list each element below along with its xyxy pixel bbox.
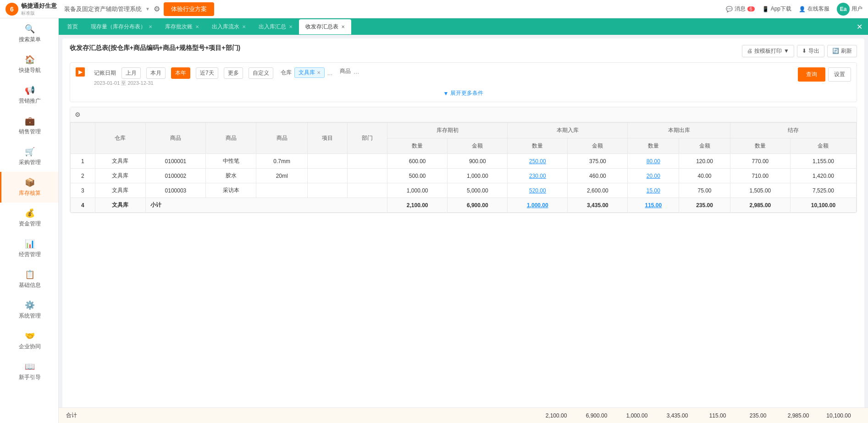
export-icon: ⬇ [802,48,807,54]
sidebar-item-quick-nav[interactable]: 🏠 快捷导航 [0,49,58,80]
online-service-action[interactable]: 👤 在线客服 [799,5,829,13]
row3-out-qty[interactable]: 15.00 [628,183,679,198]
tab-batch-close[interactable]: ✕ [195,24,199,29]
query-button[interactable]: 查询 [798,67,825,82]
row3-bal-qty: 1,505.00 [730,183,790,198]
sidebar-item-sales[interactable]: 💼 销售管理 [0,110,58,141]
th-name: 商品 [205,123,256,154]
expand-conditions-btn[interactable]: ▼ 展开更多条件 [443,89,484,97]
tab-home[interactable]: 首页 [61,19,84,34]
sidebar-item-finance[interactable]: 💰 资金管理 [0,203,58,233]
tab-stock-dist[interactable]: 现存量（库存分布表） ✕ [84,19,159,34]
tab-inout-summary[interactable]: 出入库汇总 ✕ [252,19,299,34]
print-button[interactable]: 🖨 按模板打印 ▼ [742,45,794,57]
sales-icon: 💼 [25,116,35,126]
total-out-amt: 235.00 [740,412,776,419]
date-curr-year[interactable]: 本年 [171,67,190,79]
sidebar-label-quick-nav: 快捷导航 [19,66,41,74]
sub-out-qty[interactable]: 115.00 [628,198,679,213]
row2-in-qty[interactable]: 230.00 [508,169,568,183]
row2-out-qty[interactable]: 20.00 [628,169,679,183]
filter-settings-button[interactable]: 设置 [828,67,851,82]
th-warehouse: 仓库 [95,123,145,154]
table-header-group-row: 仓库 商品 商品 商品 项目 部门 库存期初 本期入库 本期出库 结存 [71,123,857,138]
filter-expand-icon[interactable]: ▶ [76,67,85,77]
marketing-icon: 📢 [25,85,35,95]
sidebar-item-inventory[interactable]: 📦 库存核算 [0,172,58,203]
row1-bal-qty: 770.00 [730,154,790,169]
row2-bal-amt: 1,420.00 [790,169,856,183]
expand-arrow: ▼ [443,90,449,97]
trial-button[interactable]: 体验行业方案 [164,2,214,16]
sidebar-item-marketing[interactable]: 📢 营销推广 [0,80,58,110]
brand-name: 畅捷通好生意 [21,2,57,10]
warehouse-filter-dots[interactable]: ... [327,69,333,77]
sub-in-qty-link: 1,000.00 [527,202,548,209]
page-content: 收发存汇总表(按仓库+商品编码+商品+规格型号+项目+部门) 🖨 按模板打印 ▼… [62,38,864,419]
sub-init-qty: 2,100.00 [387,198,448,213]
user-action[interactable]: Ea 用户 [837,3,862,16]
row3-code: 0100003 [145,183,205,198]
sidebar-item-enterprise[interactable]: 🤝 企业协同 [0,325,58,356]
warehouse-tag-close[interactable]: ✕ [317,70,321,75]
sidebar-label-marketing: 营销推广 [19,97,41,105]
tab-receive-summary[interactable]: 收发存汇总表 ✕ [299,19,351,34]
row2-init-amt: 1,000.00 [448,169,508,183]
tab-inout-flow-label: 出入库流水 [212,23,239,31]
row1-warehouse: 文具库 [95,154,145,169]
sub-in-qty[interactable]: 1,000.00 [508,198,568,213]
row3-dept [348,183,387,198]
tab-inout-flow-close[interactable]: ✕ [242,24,246,29]
row3-in-qty[interactable]: 520.00 [508,183,568,198]
export-button[interactable]: ⬇ 导出 [797,45,824,57]
th-in-amt: 金额 [568,138,628,154]
sidebar-label-purchase: 采购管理 [19,159,41,166]
tab-inout-summary-close[interactable]: ✕ [289,24,293,29]
sub-num: 4 [71,198,95,213]
th-bal-amt: 金额 [790,138,856,154]
sidebar-label-enterprise: 企业协同 [19,343,41,351]
date-more[interactable]: 更多 [224,67,243,79]
th-balance: 结存 [730,123,856,138]
date-curr-month[interactable]: 本月 [146,67,166,79]
th-dept: 部门 [348,123,387,154]
tab-batch[interactable]: 库存批次账 ✕ [159,19,205,34]
app-download-action[interactable]: 📱 App下载 [762,5,791,13]
row2-code: 0100002 [145,169,205,183]
sidebar-item-system[interactable]: ⚙️ 系统管理 [0,295,58,325]
system-title-dropdown[interactable]: ▼ [145,6,150,11]
tab-receive-summary-close[interactable]: ✕ [341,24,345,29]
purchase-icon: 🛒 [25,147,35,157]
row1-num: 1 [71,154,95,169]
sidebar-item-search[interactable]: 🔍 搜索菜单 [0,18,58,49]
refresh-button[interactable]: 🔄 刷新 [827,45,857,57]
th-code: 商品 [145,123,205,154]
date-7days[interactable]: 近7天 [196,67,218,79]
sub-bal-qty: 2,985.00 [730,198,790,213]
tab-bar-close[interactable]: ✕ [853,22,866,31]
row1-out-qty[interactable]: 80.00 [628,154,679,169]
filter-actions: 查询 设置 [798,67,851,82]
date-prev-month[interactable]: 上月 [122,67,141,79]
goods-filter-dots[interactable]: ... [354,68,359,75]
sidebar-item-purchase[interactable]: 🛒 采购管理 [0,141,58,172]
tab-inout-flow[interactable]: 出入库流水 ✕ [205,19,252,34]
sidebar-item-guide[interactable]: 📖 新手引导 [0,356,58,387]
system-title: 装备及固定资产辅助管理系统 [64,5,142,13]
operations-icon: 📊 [25,239,35,249]
sidebar-item-operations[interactable]: 📊 经营管理 [0,233,58,264]
tab-stock-dist-close[interactable]: ✕ [149,24,152,29]
table-settings-gear[interactable]: ⚙ [75,111,81,118]
sidebar-label-operations: 经营管理 [19,251,41,258]
sub-out-amt: 235.00 [679,198,730,213]
row1-in-qty[interactable]: 250.00 [508,154,568,169]
date-custom[interactable]: 自定义 [249,67,273,79]
sub-bal-amt: 10,100.00 [790,198,856,213]
settings-icon[interactable]: ⚙ [154,5,160,13]
sidebar-item-basic[interactable]: 📋 基础信息 [0,264,58,295]
row2-bal-qty: 710.00 [730,169,790,183]
th-out-qty: 数量 [628,138,679,154]
message-action[interactable]: 💬 消息 6 [726,5,755,13]
date-filter-row: 记账日期 上月 本月 本年 近7天 更多 自定义 [94,67,273,79]
row3-out-amt: 75.00 [679,183,730,198]
